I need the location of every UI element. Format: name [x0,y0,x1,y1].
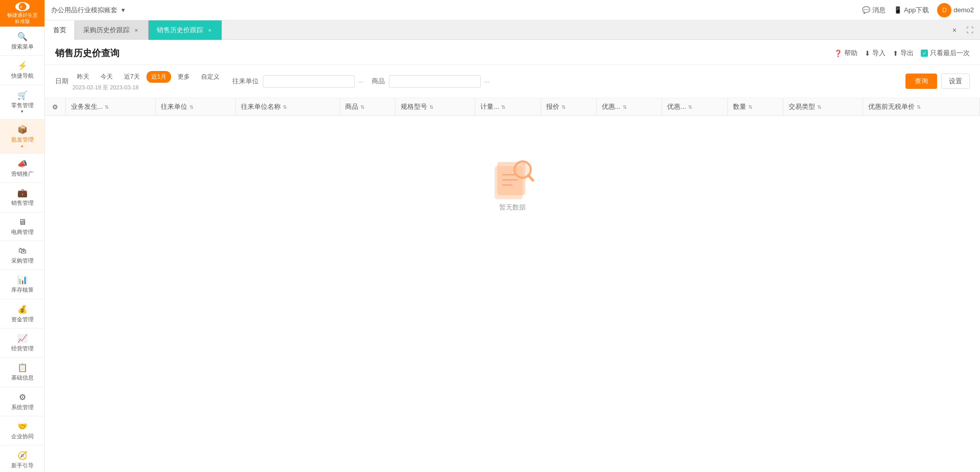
date-btn-today[interactable]: 今天 [96,71,117,83]
page-title: 销售历史价查询 [55,47,119,59]
sort-icon: ⇅ [501,104,505,110]
purchase-mgmt-icon: 🛍 [18,246,27,255]
tabs-bar: 首页 采购历史价跟踪 × 销售历史价跟踪 × × ⛶ [45,20,980,40]
tab-purchase-history-label: 采购历史价跟踪 [83,26,130,35]
svg-text:6: 6 [20,5,22,9]
product-dots[interactable]: ··· [484,78,489,85]
product-input-group: ··· [389,75,489,88]
message-label: 消息 [872,6,886,15]
query-button[interactable]: 查询 [905,74,937,89]
operations-icon: 📈 [17,334,28,343]
only-last-checkbox[interactable]: ✓ 只看最后一次 [921,49,970,58]
username: demo2 [953,6,974,14]
col-quantity[interactable]: 数量 ⇅ [728,98,783,116]
export-button[interactable]: ⬆ 导出 [893,49,914,58]
sort-icon: ⇅ [623,104,627,110]
sort-icon: ⇅ [748,104,752,110]
search-menu-icon: 🔍 [17,32,28,41]
sidebar-item-label: 零售管理 [11,102,34,109]
sidebar-item-sales-mgmt[interactable]: 💼 销售管理 [0,183,44,212]
close-tab-button[interactable]: × [948,24,961,36]
col-spec[interactable]: 规格型号 ⇅ [395,98,475,116]
date-btn-7days[interactable]: 近7天 [119,71,144,83]
col-discount1[interactable]: 优惠... ⇅ [596,98,662,116]
col-unit[interactable]: 计量... ⇅ [475,98,541,116]
only-last-label: 只看最后一次 [930,49,970,58]
chevron-down-icon: ▾ [121,6,125,14]
partner-dots[interactable]: ··· [358,78,363,85]
import-button[interactable]: ⬇ 导入 [865,49,886,58]
partner-filter-label: 往来单位 [232,77,259,86]
partner-input[interactable] [263,75,355,88]
col-discount2[interactable]: 优惠... ⇅ [662,98,728,116]
table-header: ⚙ 业务发生... ⇅ 往来单位 ⇅ [45,98,980,116]
tab-sales-history[interactable]: 销售历史价跟踪 × [149,20,222,40]
sidebar-item-label: 批发管理 [11,136,34,143]
tab-purchase-history[interactable]: 采购历史价跟踪 × [75,20,149,40]
date-btn-1month[interactable]: 近1月 [146,71,172,83]
message-button[interactable]: 💬 消息 [862,6,886,15]
logo-icon: 6 [15,2,30,11]
retail-mgmt-icon: 🛒 [17,90,28,100]
sidebar-item-enterprise-collab[interactable]: 🤝 企业协同 [0,416,44,445]
date-btn-custom[interactable]: 自定义 [197,71,224,83]
user-profile[interactable]: D demo2 [937,3,974,17]
sidebar-item-label: 快捷导航 [11,72,34,79]
sidebar-item-label: 企业协同 [11,433,34,440]
col-pre-tax-price[interactable]: 优惠前无税单价 ⇅ [863,98,980,116]
sidebar-item-retail-mgmt[interactable]: 🛒 零售管理 ▾ [0,85,44,120]
col-partner-name[interactable]: 往来单位名称 ⇅ [235,98,340,116]
tab-home[interactable]: 首页 [45,20,75,40]
content-area: 销售历史价查询 ❓ 帮助 ⬇ 导入 ⬆ 导出 ✓ 只看最后一次 [45,40,980,472]
tab-sales-history-close[interactable]: × [206,27,213,34]
date-btn-more[interactable]: 更多 [173,71,194,83]
sidebar-item-purchase-mgmt[interactable]: 🛍 采购管理 [0,241,44,270]
col-product[interactable]: 商品 ⇅ [340,98,396,116]
fullscreen-button[interactable]: ⛶ [964,24,976,36]
product-input[interactable] [389,75,481,88]
sidebar-item-wholesale-mgmt[interactable]: 📦 批发管理 ▴ [0,120,44,154]
date-btn-yesterday[interactable]: 昨天 [72,71,94,83]
import-label: 导入 [872,49,886,58]
sidebar-item-marketing[interactable]: 📣 营销推广 [0,154,44,183]
sidebar-item-inventory[interactable]: 📊 库存核算 [0,270,44,299]
app-download-button[interactable]: 📱 App下载 [894,6,929,15]
sidebar-item-basic-info[interactable]: 📋 基础信息 [0,358,44,387]
col-price[interactable]: 报价 ⇅ [541,98,597,116]
sidebar-item-label: 搜索菜单 [11,43,34,50]
chevron-down-icon: ▾ [21,109,23,114]
company-dropdown[interactable]: ▾ [121,6,125,14]
import-icon: ⬇ [865,50,870,57]
col-partner-code[interactable]: 往来单位 ⇅ [156,98,236,116]
export-icon: ⬆ [893,50,898,57]
col-price-label: 报价 [546,102,559,111]
inventory-icon: 📊 [17,275,28,285]
sidebar-item-finance[interactable]: 💰 资金管理 [0,299,44,328]
sidebar-item-system[interactable]: ⚙ 系统管理 [0,387,44,416]
empty-svg [487,157,538,203]
enterprise-collab-icon: 🤝 [17,421,28,431]
col-settings[interactable]: ⚙ [45,98,65,116]
help-button[interactable]: ❓ 帮助 [834,49,857,58]
app-download-label: App下载 [904,6,929,15]
sidebar-item-quick-nav[interactable]: ⚡ 快捷导航 [0,56,44,85]
page-header: 销售历史价查询 ❓ 帮助 ⬇ 导入 ⬆ 导出 ✓ 只看最后一次 [45,40,980,65]
sidebar-item-operations[interactable]: 📈 经营管理 [0,328,44,358]
quick-nav-icon: ⚡ [17,61,28,70]
sidebar-item-newbie[interactable]: 🧭 新手引导 [0,445,44,472]
partner-input-group: ··· [263,75,363,88]
sidebar-item-ecommerce[interactable]: 🖥 电商管理 [0,213,44,241]
sidebar-item-search-menu[interactable]: 🔍 搜索菜单 [0,27,44,56]
col-biz-date[interactable]: 业务发生... ⇅ [65,98,156,116]
sort-icon: ⇅ [561,104,566,110]
settings-button[interactable]: 设置 [941,74,970,89]
col-trade-type[interactable]: 交易类型 ⇅ [783,98,863,116]
col-partner-name-label: 往来单位名称 [241,102,281,111]
tab-purchase-history-close[interactable]: × [133,27,140,34]
sort-icon: ⇅ [817,104,821,110]
svg-point-0 [18,3,26,11]
sidebar-item-label: 系统管理 [11,404,34,411]
sales-mgmt-icon: 💼 [17,188,28,198]
date-filter-group: 日期 昨天 今天 近7天 近1月 更多 自定义 2023-02-18 至 202… [55,71,224,91]
finance-icon: 💰 [17,304,28,314]
